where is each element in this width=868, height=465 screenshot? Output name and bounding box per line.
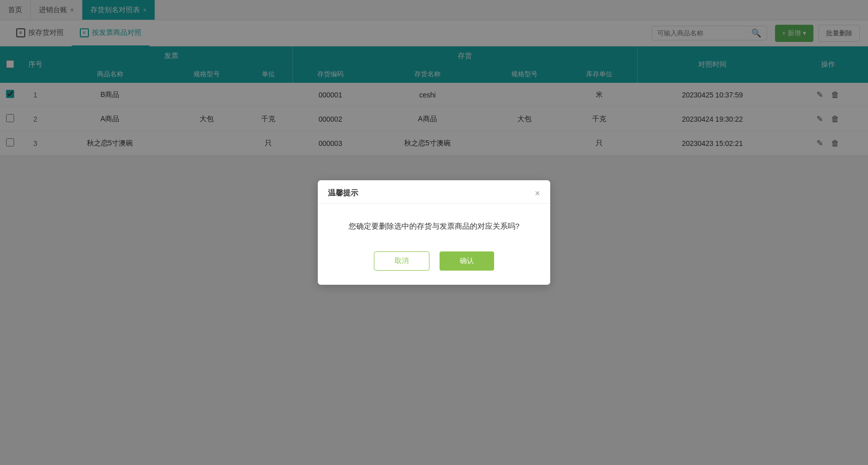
modal-overlay: 温馨提示 × 您确定要删除选中的存货与发票商品的对应关系吗? 取消 确认 [0, 0, 868, 156]
